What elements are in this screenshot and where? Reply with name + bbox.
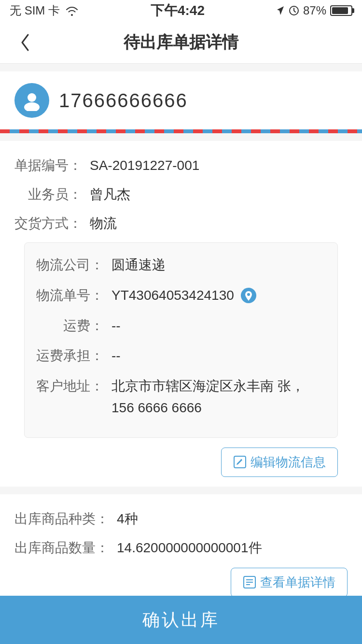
- view-detail-area: 查看单据详情: [14, 568, 348, 597]
- svg-point-4: [247, 293, 250, 296]
- wifi-icon: [65, 5, 79, 16]
- salesman-value: 曾凡杰: [90, 184, 348, 205]
- view-detail-label: 查看单据详情: [260, 574, 335, 591]
- order-no-label: 单据编号：: [14, 155, 82, 176]
- freight-bearer-row: 运费承担： --: [36, 345, 326, 367]
- delivery-method-value: 物流: [90, 213, 348, 234]
- address-row: 客户地址： 北京市市辖区海淀区永丰南 张，156 6666 6666: [36, 376, 326, 419]
- tracking-no-value: YT43064053424130: [111, 285, 326, 307]
- location-status-icon: [276, 5, 285, 16]
- logistics-company-row: 物流公司： 圆通速递: [36, 254, 326, 276]
- address-value: 北京市市辖区海淀区永丰南 张，156 6666 6666: [111, 376, 326, 419]
- freight-label: 运费：: [36, 315, 104, 337]
- salesman-row: 业务员： 曾凡杰: [14, 184, 348, 205]
- battery-percent: 87%: [303, 4, 326, 17]
- user-phone: 17666666666: [59, 90, 188, 112]
- edit-icon: [233, 455, 247, 469]
- tracking-no-label: 物流单号：: [36, 285, 104, 307]
- delivery-method-row: 交货方式： 物流: [14, 213, 348, 234]
- carrier-text: 无 SIM 卡: [10, 3, 60, 18]
- freight-row: 运费： --: [36, 315, 326, 337]
- list-icon: [243, 575, 256, 589]
- logistics-card: 物流公司： 圆通速递 物流单号： YT43064053424130 运费： --: [24, 242, 338, 438]
- tracking-location-icon[interactable]: [240, 287, 257, 304]
- edit-logistics-button[interactable]: 编辑物流信息: [221, 448, 338, 477]
- edit-logistics-area: 编辑物流信息: [14, 448, 348, 477]
- edit-btn-label: 编辑物流信息: [251, 454, 326, 471]
- dashed-divider: [0, 129, 362, 133]
- tracking-no-text: YT43064053424130: [111, 285, 234, 307]
- address-label: 客户地址：: [36, 376, 104, 397]
- freight-bearer-label: 运费承担：: [36, 345, 104, 367]
- svg-point-1: [28, 93, 36, 102]
- confirm-outbound-button[interactable]: 确认出库: [0, 596, 362, 644]
- tracking-no-row: 物流单号： YT43064053424130: [36, 285, 326, 307]
- status-bar: 无 SIM 卡 下午4:42 87%: [0, 0, 362, 21]
- order-no-row: 单据编号： SA-20191227-001: [14, 155, 348, 176]
- back-button[interactable]: [14, 31, 37, 54]
- battery-icon: [330, 5, 352, 16]
- product-quantity-value: 14.620000000000001件: [117, 538, 348, 558]
- salesman-label: 业务员：: [14, 184, 82, 205]
- page: 无 SIM 卡 下午4:42 87%: [0, 0, 362, 644]
- nav-bar: 待出库单据详情: [0, 21, 362, 64]
- order-no-value: SA-20191227-001: [90, 155, 348, 176]
- status-time: 下午4:42: [151, 1, 205, 20]
- product-category-value: 4种: [117, 509, 348, 529]
- product-quantity-label: 出库商品数量：: [14, 538, 109, 558]
- product-quantity-row: 出库商品数量： 14.620000000000001件: [14, 538, 348, 558]
- order-info-section: 单据编号： SA-20191227-001 业务员： 曾凡杰 交货方式： 物流 …: [0, 141, 362, 487]
- product-category-label: 出库商品种类：: [14, 509, 109, 529]
- delivery-method-label: 交货方式：: [14, 213, 82, 234]
- product-category-row: 出库商品种类： 4种: [14, 509, 348, 529]
- freight-bearer-value: --: [111, 345, 326, 367]
- freight-value: --: [111, 315, 326, 337]
- avatar: [14, 83, 49, 118]
- view-detail-button[interactable]: 查看单据详情: [231, 568, 348, 597]
- clock-icon: [289, 5, 299, 16]
- user-icon: [21, 90, 42, 111]
- svg-point-2: [24, 102, 40, 111]
- status-right: 87%: [276, 4, 352, 17]
- user-header: 17666666666: [0, 71, 362, 129]
- logistics-company-value: 圆通速递: [111, 254, 326, 276]
- page-title: 待出库单据详情: [124, 31, 238, 54]
- product-section: 出库商品种类： 4种 出库商品数量： 14.620000000000001件 查…: [0, 494, 362, 607]
- logistics-company-label: 物流公司：: [36, 254, 104, 276]
- status-left: 无 SIM 卡: [10, 3, 79, 18]
- bottom-btn-area: 确认出库: [0, 596, 362, 644]
